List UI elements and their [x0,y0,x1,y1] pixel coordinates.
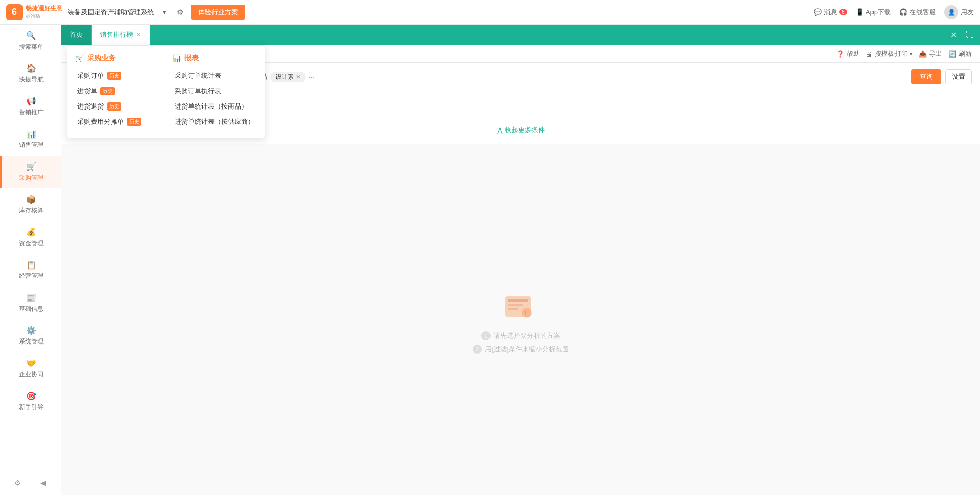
header-right: 💬 消息 6 📱 App下载 🎧 在线客服 👤 用友 [814,5,974,19]
message-icon: 💬 [814,8,822,16]
message-badge: 6 [839,9,847,15]
system-title: 装备及固定资产辅助管理系统 [68,8,154,17]
message-btn[interactable]: 💬 消息 6 [814,8,847,17]
marketing-icon: 📢 [26,96,36,106]
history-badge-0: 历史 [107,72,121,80]
dropdown-arrow-icon[interactable]: ▾ [160,8,168,16]
svg-rect-2 [508,304,523,306]
main-content: ! 1 请先选择要分析的方案 2 用[过滤]条件来缩小分析范围 [61,144,980,495]
header-center: 装备及固定资产辅助管理系统 ▾ ⚙ 体验行业方案 [68,5,814,20]
purchase-icon: 🛒 [26,162,36,171]
goods-tag: 设计素 ✕ [270,72,306,82]
sidebar-footer: ⚙ ◀ [0,470,61,495]
tab-sales-rank[interactable]: 销售排行榜 ✕ [92,25,150,45]
svg-point-4 [522,308,532,318]
report-col-title: 📊 报表 [173,54,257,63]
online-service-btn[interactable]: 🎧 在线客服 [899,8,936,17]
operation-icon: 📋 [26,260,36,270]
dropdown-item-purchase-order[interactable]: 采购订单 历史 [75,68,143,83]
report-col-icon: 📊 [173,54,181,62]
dropdown-item-po-stats[interactable]: 采购订单统计表 [173,68,257,83]
print-btn[interactable]: 🖨 按模板打印 ▾ [866,49,912,58]
basic-icon: 📰 [26,293,36,303]
headset-icon: 🎧 [899,8,907,16]
history-badge-2: 历史 [107,102,121,111]
refresh-icon: 🔄 [948,50,956,58]
dropdown-item-po-exec[interactable]: 采购订单执行表 [173,83,257,99]
chevron-up-icon: ⋀ [497,126,503,134]
logo-area: 6 畅捷通好生意 标准版 [6,4,68,20]
export-btn[interactable]: 📤 导出 [919,49,942,58]
inventory-icon: 📦 [26,195,36,204]
help-icon: ❓ [836,50,844,58]
empty-step-2: 2 用[过滤]条件来缩小分析范围 [473,345,568,354]
step-2-num: 2 [473,345,482,354]
logo-icon: 6 [6,4,23,20]
sidebar-item-purchase[interactable]: 🛒 采购管理 [0,156,61,188]
tab-expand-btn[interactable]: ⛶ [964,29,976,41]
footer-settings-btn[interactable]: ⚙ [11,476,25,490]
purchase-col: 🛒 采购业务 采购订单 历史 进货单 历史 进货退货 历史 采购费用分摊单 历史 [75,54,143,130]
dropdown-item-inbound[interactable]: 进货单 历史 [75,83,143,99]
dropdown-item-inbound-stats-goods[interactable]: 进货单统计表（按商品） [173,99,257,114]
export-icon: 📤 [919,50,927,58]
svg-text:!: ! [525,310,526,317]
sidebar-item-system[interactable]: ⚙️ 系统管理 [0,319,61,352]
phone-icon: 📱 [856,8,864,16]
guide-icon: 🎯 [26,391,36,401]
sidebar-item-marketing[interactable]: 📢 营销推广 [0,90,61,123]
finance-icon: 💰 [26,227,36,237]
tab-bar: 首页 销售排行榜 ✕ ✕ ⛶ [61,25,980,45]
goods-more-icon[interactable]: ··· [309,73,314,81]
purchase-col-icon: 🛒 [75,54,84,62]
top-header: 6 畅捷通好生意 标准版 装备及固定资产辅助管理系统 ▾ ⚙ 体验行业方案 💬 … [0,0,980,25]
history-badge-3: 历史 [127,118,141,126]
industry-btn[interactable]: 体验行业方案 [191,5,245,20]
purchase-col-title: 🛒 采购业务 [75,54,143,63]
sidebar-item-operation[interactable]: 📋 经营管理 [0,254,61,287]
user-btn[interactable]: 👤 用友 [944,5,974,19]
app-download-btn[interactable]: 📱 App下载 [856,8,891,17]
sidebar-item-basic[interactable]: 📰 基础信息 [0,287,61,319]
sidebar-item-search[interactable]: 🔍 搜索菜单 [0,25,61,57]
sidebar-item-inventory[interactable]: 📦 库存核算 [0,188,61,221]
goods-tag-close[interactable]: ✕ [296,74,301,80]
tab-home[interactable]: 首页 [61,25,92,45]
purchase-dropdown-menu: 🛒 采购业务 采购订单 历史 进货单 历史 进货退货 历史 采购费用分摊单 历史… [67,45,265,138]
svg-rect-1 [508,299,528,302]
dropdown-item-inbound-stats-supplier[interactable]: 进货单统计表（按供应商） [173,114,257,130]
settings-icon[interactable]: ⚙ [173,5,187,19]
dropdown-item-return[interactable]: 进货退货 历史 [75,99,143,114]
report-col: 📊 报表 采购订单统计表 采购订单执行表 进货单统计表（按商品） 进货单统计表（… [173,54,257,130]
logo-text: 畅捷通好生意 标准版 [26,4,62,20]
dropdown-item-expense[interactable]: 采购费用分摊单 历史 [75,114,143,130]
history-badge-1: 历史 [100,87,115,95]
refresh-btn[interactable]: 🔄 刷新 [948,49,972,58]
avatar: 👤 [944,5,958,19]
home-icon: 🏠 [26,63,36,73]
sidebar-item-sales[interactable]: 📊 销售管理 [0,123,61,156]
collab-icon: 🤝 [26,358,36,368]
tab-close-icon[interactable]: ✕ [136,32,141,38]
tab-close-btn[interactable]: ✕ [947,29,960,41]
search-icon: 🔍 [26,31,36,40]
filter-actions: 查询 设置 [911,69,972,84]
footer-collapse-btn[interactable]: ◀ [36,476,50,490]
svg-rect-3 [508,308,518,310]
step-1-num: 1 [481,331,491,340]
tab-bar-right: ✕ ⛶ [947,29,980,41]
sidebar-item-collab[interactable]: 🤝 企业协同 [0,352,61,385]
sidebar: 🔍 搜索菜单 🏠 快捷导航 📢 营销推广 📊 销售管理 🛒 采购管理 📦 库存核… [0,25,61,495]
sidebar-item-guide[interactable]: 🎯 新手引导 [0,385,61,418]
empty-state: ! 1 请先选择要分析的方案 2 用[过滤]条件来缩小分析范围 [473,286,568,354]
filter-settings-btn[interactable]: 设置 [945,69,972,84]
sidebar-item-finance[interactable]: 💰 资金管理 [0,221,61,254]
sidebar-item-quicknav[interactable]: 🏠 快捷导航 [0,57,61,90]
print-icon: 🖨 [866,50,872,58]
print-dropdown-icon[interactable]: ▾ [910,51,912,57]
query-btn[interactable]: 查询 [911,69,941,84]
empty-step-1: 1 请先选择要分析的方案 [481,331,560,340]
sales-icon: 📊 [26,129,36,139]
empty-illustration: ! [500,286,541,327]
help-btn[interactable]: ❓ 帮助 [836,49,860,58]
